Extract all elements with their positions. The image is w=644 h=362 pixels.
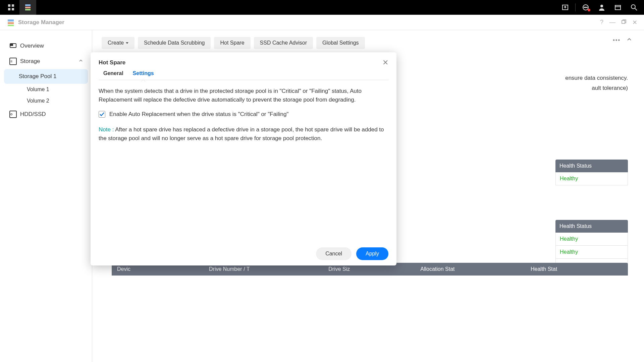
dialog-tabs: General Settings xyxy=(99,67,388,80)
enable-auto-replacement-checkbox[interactable] xyxy=(99,111,105,118)
dashboard-icon[interactable] xyxy=(3,0,19,15)
sidebar-label: Overview xyxy=(20,43,44,49)
user-icon[interactable] xyxy=(594,0,609,15)
minimize-icon[interactable]: — xyxy=(609,19,615,26)
maximize-icon[interactable] xyxy=(622,19,626,26)
col: Drive Number / T xyxy=(209,266,328,272)
svg-rect-22 xyxy=(11,44,13,46)
svg-rect-3 xyxy=(12,8,14,10)
sidebar-item-pool1[interactable]: Storage Pool 1 xyxy=(4,69,88,84)
table-header: Health Status xyxy=(555,160,628,172)
col: Devic xyxy=(117,266,209,272)
checkbox-label: Enable Auto Replacement when the drive s… xyxy=(109,110,288,119)
tab-general[interactable]: General xyxy=(99,67,128,80)
svg-rect-5 xyxy=(25,7,31,8)
schedule-scrubbing-button[interactable]: Schedule Data Scrubbing xyxy=(138,37,211,49)
svg-point-26 xyxy=(11,114,11,114)
topbar-left xyxy=(3,0,36,15)
hot-spare-button[interactable]: Hot Spare xyxy=(214,37,250,49)
chevron-up-icon xyxy=(78,58,87,65)
sidebar-item-storage[interactable]: Storage xyxy=(0,54,92,69)
global-settings-button[interactable]: Global Settings xyxy=(316,37,365,49)
apply-button[interactable]: Apply xyxy=(356,247,388,260)
sidebar-label: Volume 1 xyxy=(27,86,49,93)
collapse-icon[interactable] xyxy=(627,37,632,44)
bg-line: ensure data consistency. xyxy=(565,74,628,82)
sidebar-item-volume1[interactable]: Volume 1 xyxy=(0,84,92,95)
ssd-cache-advisor-button[interactable]: SSD Cache Advisor xyxy=(254,37,313,49)
dialog-footer: Cancel Apply xyxy=(91,242,396,265)
create-button[interactable]: Create xyxy=(102,37,135,49)
hot-spare-dialog: Hot Spare ✕ General Settings When the sy… xyxy=(91,52,396,265)
system-topbar xyxy=(0,0,644,15)
svg-rect-0 xyxy=(8,4,10,7)
table-row: Healthy xyxy=(555,233,628,246)
sidebar-label: HDD/SSD xyxy=(20,111,46,118)
note-paragraph: Note : After a hot spare drive has repla… xyxy=(99,125,388,143)
close-icon[interactable]: ✕ xyxy=(382,58,388,67)
svg-rect-18 xyxy=(8,22,14,24)
topbar-right xyxy=(558,0,641,15)
chevron-down-icon xyxy=(126,42,128,44)
dialog-description: When the system detects that a drive in … xyxy=(99,87,388,105)
svg-rect-17 xyxy=(8,19,14,21)
col: Drive Siz xyxy=(328,266,420,272)
table-row: Healthy xyxy=(555,246,628,259)
chat-icon[interactable] xyxy=(578,0,593,15)
sidebar-label: Storage xyxy=(20,58,40,65)
dialog-header: Hot Spare ✕ xyxy=(91,52,396,67)
more-icon[interactable]: ••• xyxy=(613,37,621,43)
svg-rect-1 xyxy=(12,4,14,7)
storage-icon xyxy=(9,58,17,65)
widgets-icon[interactable] xyxy=(610,0,625,15)
window-header: Storage Manager ? — ✕ xyxy=(0,15,644,30)
svg-rect-6 xyxy=(25,9,31,10)
toolbar: Create Schedule Data Scrubbing Hot Spare… xyxy=(102,37,635,49)
storage-manager-taskbar-icon[interactable] xyxy=(19,0,36,15)
table-header: Health Status xyxy=(555,220,628,233)
svg-point-12 xyxy=(600,5,603,7)
dialog-body: When the system detects that a drive in … xyxy=(91,80,396,242)
checkbox-row: Enable Auto Replacement when the drive s… xyxy=(99,110,388,119)
sidebar-label: Volume 2 xyxy=(27,98,49,104)
col: Allocation Stat xyxy=(420,266,531,272)
close-icon[interactable]: ✕ xyxy=(632,19,637,26)
app-icon xyxy=(7,18,15,26)
svg-rect-20 xyxy=(622,20,625,23)
search-icon[interactable] xyxy=(627,0,641,15)
svg-point-11 xyxy=(587,7,587,8)
tab-settings[interactable]: Settings xyxy=(128,67,159,80)
col: Health Stat xyxy=(531,266,623,272)
dialog-title: Hot Spare xyxy=(99,59,125,66)
svg-rect-13 xyxy=(615,5,621,10)
svg-rect-2 xyxy=(8,8,10,10)
bg-table-1: Health Status Healthy xyxy=(555,160,628,185)
table-row: Healthy xyxy=(555,172,628,185)
note-text: After a hot spare drive has replaced a d… xyxy=(99,126,384,141)
note-label: Note : xyxy=(99,126,115,133)
window-title: Storage Manager xyxy=(18,19,64,26)
svg-rect-19 xyxy=(8,25,14,26)
sidebar-label: Storage Pool 1 xyxy=(19,73,56,80)
divider xyxy=(575,3,576,11)
svg-point-9 xyxy=(584,7,585,8)
panel-actions: ••• xyxy=(613,37,632,44)
upload-icon[interactable] xyxy=(558,0,573,15)
svg-point-15 xyxy=(631,5,635,9)
svg-rect-4 xyxy=(25,4,31,6)
cancel-button[interactable]: Cancel xyxy=(316,247,352,260)
sidebar-item-overview[interactable]: Overview xyxy=(0,38,92,54)
svg-point-10 xyxy=(585,7,586,8)
sidebar-item-volume2[interactable]: Volume 2 xyxy=(0,95,92,107)
help-icon[interactable]: ? xyxy=(600,19,603,26)
window-controls: ? — ✕ xyxy=(600,19,637,26)
disk-icon xyxy=(9,111,17,118)
notification-dot xyxy=(588,9,590,11)
sidebar: Overview Storage Storage Pool 1 Volume 1… xyxy=(0,30,92,362)
sidebar-item-hddssd[interactable]: HDD/SSD xyxy=(0,107,92,122)
bg-text-fragment: ensure data consistency. ault tolerance) xyxy=(565,74,628,92)
bg-line: ault tolerance) xyxy=(565,84,628,93)
svg-line-16 xyxy=(635,8,637,10)
